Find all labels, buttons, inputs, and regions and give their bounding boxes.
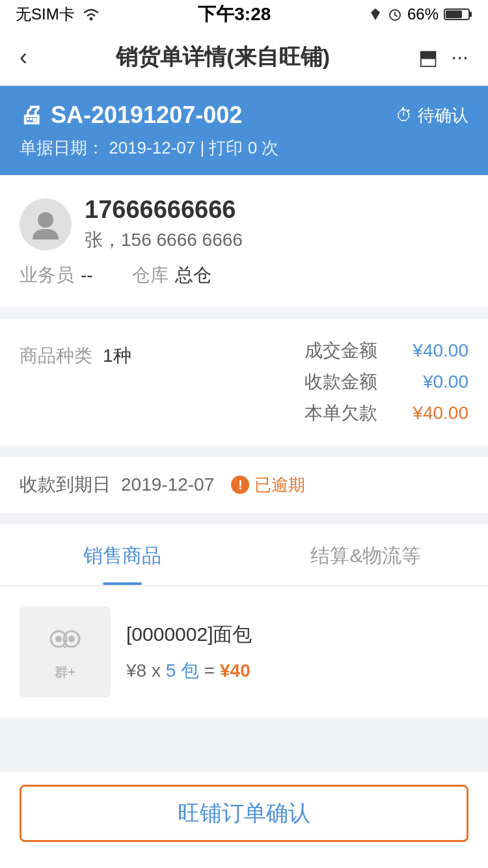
overdue-warning-icon: ! (231, 476, 249, 494)
print-count: 0 (248, 138, 257, 157)
print-unit: 次 (262, 138, 278, 157)
amount-label: 成交金额 (286, 338, 377, 363)
product-item: 群+ [0000002]面包 ¥8 x 5 包 = ¥40 (20, 606, 468, 698)
received-label: 收款金额 (286, 370, 377, 394)
order-date: 2019-12-07 (109, 138, 195, 157)
carrier-text: 无SIM卡 (16, 4, 75, 25)
goods-type-value: 1种 (103, 344, 131, 368)
svg-point-0 (89, 18, 92, 21)
amount-details: 成交金额 ¥40.00 收款金额 ¥0.00 本单欠款 ¥40.00 (286, 338, 468, 426)
received-value: ¥0.00 (390, 372, 468, 392)
svg-rect-6 (446, 10, 462, 18)
section-divider-1 (0, 308, 488, 319)
salesman-value: -- (81, 265, 93, 286)
person-icon (29, 208, 62, 241)
order-status: ⏱ 待确认 (396, 104, 468, 127)
due-date-section: 收款到期日 2019-12-07 ! 已逾期 (0, 457, 488, 513)
arrears-value: ¥40.00 (390, 403, 468, 424)
product-info: [0000002]面包 ¥8 x 5 包 = ¥40 (126, 621, 468, 683)
product-section: 群+ [0000002]面包 ¥8 x 5 包 = ¥40 (0, 587, 488, 717)
print-label: 打印 (209, 138, 243, 157)
product-image: 群+ (20, 606, 111, 698)
tabs-section: 销售商品 结算&物流等 (0, 524, 488, 586)
qty-value: 5 (166, 660, 176, 681)
product-logo-text: 群+ (55, 664, 75, 681)
location-icon (368, 7, 383, 21)
due-date-value: 2019-12-07 (121, 474, 214, 495)
goods-type: 商品种类 1种 (20, 338, 131, 368)
amount-row-3: 本单欠款 ¥40.00 (286, 401, 468, 426)
status-bar: 无SIM卡 下午3:28 66% (0, 0, 488, 29)
customer-main-row: 17666666666 张，156 6666 6666 (20, 196, 468, 252)
page-title: 销货单详情(来自旺铺) (116, 42, 330, 72)
qty-unit: 包 (181, 660, 199, 681)
owl-icon (46, 623, 85, 655)
customer-phone: 17666666666 (85, 196, 243, 224)
time-display: 下午3:28 (198, 2, 271, 27)
goods-type-label: 商品种类 (20, 344, 92, 368)
battery-icon (444, 7, 472, 21)
salesman-detail: 业务员 -- (20, 263, 93, 288)
svg-point-7 (38, 212, 53, 228)
status-right: 66% (368, 5, 472, 23)
bottom-button-area: 旺铺订单确认 (0, 772, 488, 868)
order-meta: 单据日期： 2019-12-07 | 打印 0 次 (20, 137, 468, 159)
status-clock-icon: ⏱ (396, 105, 413, 126)
nav-actions: ⬒ ··· (418, 45, 468, 70)
total-price: ¥40 (220, 660, 251, 681)
nav-bar: ‹ 销货单详情(来自旺铺) ⬒ ··· (0, 29, 488, 86)
tab-goods[interactable]: 销售商品 (0, 524, 244, 585)
warehouse-label: 仓库 (132, 263, 169, 288)
share-icon[interactable]: ⬒ (418, 45, 438, 70)
tab-settlement[interactable]: 结算&物流等 (244, 524, 488, 585)
due-date-label: 收款到期日 (20, 472, 111, 497)
overdue-badge: ! 已逾期 (231, 474, 305, 496)
status-left: 无SIM卡 (16, 4, 101, 25)
order-id-icon: 🖨 (20, 102, 43, 129)
warehouse-detail: 仓库 总仓 (132, 263, 211, 288)
overdue-text: 已逾期 (254, 474, 305, 496)
tabs-row: 销售商品 结算&物流等 (0, 524, 488, 586)
section-divider-3 (0, 514, 488, 524)
avatar (20, 198, 72, 251)
wifi-icon (81, 7, 101, 21)
customer-details: 业务员 -- 仓库 总仓 (20, 263, 468, 288)
svg-point-10 (55, 636, 62, 642)
warehouse-value: 总仓 (175, 263, 211, 288)
customer-info: 17666666666 张，156 6666 6666 (85, 196, 243, 252)
confirm-order-button[interactable]: 旺铺订单确认 (20, 785, 468, 842)
customer-section: 17666666666 张，156 6666 6666 业务员 -- 仓库 总仓 (0, 176, 488, 307)
amount-row-2: 收款金额 ¥0.00 (286, 370, 468, 394)
svg-point-11 (68, 636, 75, 642)
amount-section: 商品种类 1种 成交金额 ¥40.00 收款金额 ¥0.00 本单欠款 ¥40.… (0, 319, 488, 445)
svg-line-3 (395, 15, 397, 16)
date-label: 单据日期： (20, 138, 104, 157)
product-name: [0000002]面包 (126, 621, 468, 648)
back-button[interactable]: ‹ (20, 44, 27, 71)
amount-row-1: 成交金额 ¥40.00 (286, 338, 468, 363)
arrears-label: 本单欠款 (286, 401, 377, 426)
unit-price: ¥8 (126, 660, 146, 681)
salesman-label: 业务员 (20, 263, 74, 288)
product-logo-icon (46, 623, 85, 661)
svg-rect-5 (469, 12, 472, 17)
product-price: ¥8 x 5 包 = ¥40 (126, 658, 468, 683)
section-divider-2 (0, 446, 488, 457)
battery-text: 66% (407, 5, 439, 23)
header-top-row: 🖨 SA-20191207-002 ⏱ 待确认 (20, 102, 468, 129)
customer-name: 张，156 6666 6666 (85, 228, 243, 252)
alarm-icon (388, 7, 402, 21)
order-id: 🖨 SA-20191207-002 (20, 102, 242, 129)
more-icon[interactable]: ··· (451, 45, 468, 69)
order-header: 🖨 SA-20191207-002 ⏱ 待确认 单据日期： 2019-12-07… (0, 86, 488, 175)
amount-value: ¥40.00 (390, 340, 468, 361)
